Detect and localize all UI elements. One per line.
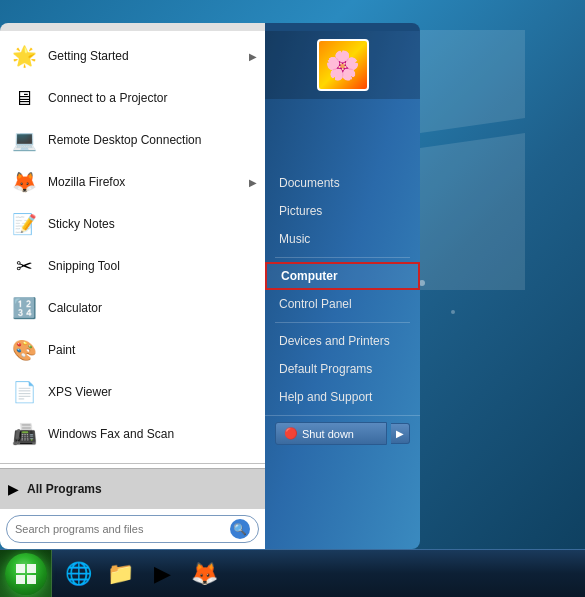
right-item-documents[interactable]: Documents	[265, 169, 420, 197]
taskbar-items: 🌐📁▶🦊	[52, 554, 585, 594]
sticky-notes-label: Sticky Notes	[48, 217, 257, 231]
documents-label: Documents	[279, 176, 340, 190]
menu-header	[0, 23, 420, 31]
taskbar-icon-firefox[interactable]: 🦊	[184, 554, 224, 594]
menu-item-sticky-notes[interactable]: 📝 Sticky Notes	[0, 203, 265, 245]
mozilla-firefox-arrow: ▶	[249, 177, 257, 188]
start-button[interactable]	[0, 550, 52, 598]
pictures-label: Pictures	[279, 204, 322, 218]
xps-viewer-icon: 📄	[8, 376, 40, 408]
menu-item-connect-projector[interactable]: 🖥 Connect to a Projector	[0, 77, 265, 119]
right-item-computer[interactable]: Computer	[265, 262, 420, 290]
snipping-tool-icon: ✂	[8, 250, 40, 282]
menu-body: 🌟 Getting Started ▶ 🖥 Connect to a Proje…	[0, 31, 420, 549]
start-menu-right-panel: 🌸 DocumentsPicturesMusicComputerControl …	[265, 31, 420, 549]
right-divider-top	[275, 257, 410, 258]
getting-started-label: Getting Started	[48, 49, 241, 63]
search-button[interactable]: 🔍	[230, 519, 250, 539]
remote-desktop-label: Remote Desktop Connection	[48, 133, 257, 147]
all-programs-label: All Programs	[27, 482, 102, 496]
mozilla-firefox-label: Mozilla Firefox	[48, 175, 241, 189]
taskbar-icon-media[interactable]: ▶	[142, 554, 182, 594]
right-item-devices-printers[interactable]: Devices and Printers	[265, 327, 420, 355]
search-input[interactable]	[15, 523, 226, 535]
right-item-default-programs[interactable]: Default Programs	[265, 355, 420, 383]
desktop: 🌟 Getting Started ▶ 🖥 Connect to a Proje…	[0, 0, 585, 597]
menu-item-paint[interactable]: 🎨 Paint	[0, 329, 265, 371]
remote-desktop-icon: 💻	[8, 124, 40, 156]
shutdown-icon: 🔴	[284, 427, 298, 440]
right-item-control-panel[interactable]: Control Panel	[265, 290, 420, 318]
svg-rect-6	[16, 575, 25, 584]
right-divider-mid	[275, 322, 410, 323]
right-item-help-support[interactable]: Help and Support	[265, 383, 420, 411]
taskbar: 🌐📁▶🦊	[0, 549, 585, 597]
menu-item-mozilla-firefox[interactable]: 🦊 Mozilla Firefox ▶	[0, 161, 265, 203]
right-menu-items: DocumentsPicturesMusicComputerControl Pa…	[265, 169, 420, 411]
search-bar: 🔍	[6, 515, 259, 543]
paint-icon: 🎨	[8, 334, 40, 366]
snipping-tool-label: Snipping Tool	[48, 259, 257, 273]
menu-item-xps-viewer[interactable]: 📄 XPS Viewer	[0, 371, 265, 413]
programs-divider	[0, 463, 265, 464]
connect-projector-icon: 🖥	[8, 82, 40, 114]
devices-printers-label: Devices and Printers	[279, 334, 390, 348]
sticky-notes-icon: 📝	[8, 208, 40, 240]
start-orb	[5, 553, 47, 595]
taskbar-icon-explorer[interactable]: 📁	[100, 554, 140, 594]
menu-item-snipping-tool[interactable]: ✂ Snipping Tool	[0, 245, 265, 287]
xps-viewer-label: XPS Viewer	[48, 385, 257, 399]
control-panel-label: Control Panel	[279, 297, 352, 311]
windows-start-icon	[15, 563, 37, 585]
start-menu: 🌟 Getting Started ▶ 🖥 Connect to a Proje…	[0, 23, 420, 549]
taskbar-icon-ie[interactable]: 🌐	[58, 554, 98, 594]
user-avatar: 🌸	[317, 39, 369, 91]
getting-started-icon: 🌟	[8, 40, 40, 72]
windows-fax-label: Windows Fax and Scan	[48, 427, 257, 441]
shutdown-label: Shut down	[302, 428, 354, 440]
right-item-pictures[interactable]: Pictures	[265, 197, 420, 225]
shutdown-arrow-button[interactable]: ▶	[391, 423, 410, 444]
help-support-label: Help and Support	[279, 390, 372, 404]
svg-rect-4	[16, 564, 25, 573]
calculator-icon: 🔢	[8, 292, 40, 324]
default-programs-label: Default Programs	[279, 362, 372, 376]
music-label: Music	[279, 232, 310, 246]
windows-fax-icon: 📠	[8, 418, 40, 450]
start-menu-programs-list: 🌟 Getting Started ▶ 🖥 Connect to a Proje…	[0, 31, 265, 459]
right-item-music[interactable]: Music	[265, 225, 420, 253]
all-programs-section: ▶ All Programs	[0, 468, 265, 509]
computer-label: Computer	[281, 269, 338, 283]
shutdown-button[interactable]: 🔴 Shut down	[275, 422, 387, 445]
menu-item-remote-desktop[interactable]: 💻 Remote Desktop Connection	[0, 119, 265, 161]
connect-projector-label: Connect to a Projector	[48, 91, 257, 105]
menu-item-windows-fax[interactable]: 📠 Windows Fax and Scan	[0, 413, 265, 455]
start-menu-left-panel: 🌟 Getting Started ▶ 🖥 Connect to a Proje…	[0, 31, 265, 549]
svg-rect-5	[27, 564, 36, 573]
sparkle-2	[451, 310, 455, 314]
calculator-label: Calculator	[48, 301, 257, 315]
menu-item-getting-started[interactable]: 🌟 Getting Started ▶	[0, 35, 265, 77]
svg-rect-7	[27, 575, 36, 584]
menu-item-calculator[interactable]: 🔢 Calculator	[0, 287, 265, 329]
user-avatar-area: 🌸	[265, 31, 420, 99]
paint-label: Paint	[48, 343, 257, 357]
mozilla-firefox-icon: 🦊	[8, 166, 40, 198]
all-programs-item[interactable]: ▶ All Programs	[0, 475, 265, 503]
shutdown-area: 🔴 Shut down ▶	[265, 415, 420, 451]
getting-started-arrow: ▶	[249, 51, 257, 62]
